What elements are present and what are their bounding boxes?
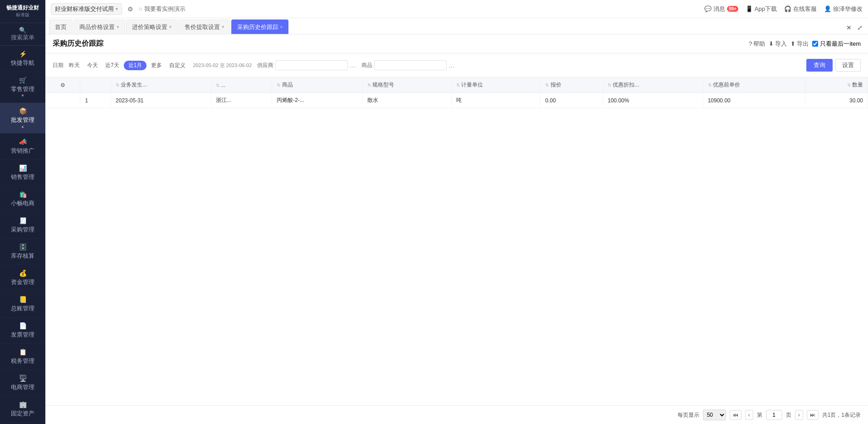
row-pre-discount-price: 10900.00 <box>703 93 805 108</box>
phone-icon: 📱 <box>746 5 753 12</box>
th-date[interactable]: ⇅ 业务发生... <box>111 77 211 93</box>
sort-icon: ⇅ <box>608 82 611 87</box>
tax-icon: 📋 <box>19 348 27 356</box>
demo-button[interactable]: ○ 我要看实例演示 <box>139 5 185 13</box>
tab-purchase-history[interactable]: 采购历史价跟踪 × <box>231 19 289 34</box>
page-header: 采购历史价跟踪 ? 帮助 ⬇ 导入 ⬆ 导出 只看最后一item <box>45 34 868 53</box>
last-page-button[interactable]: ⏭ <box>807 410 819 420</box>
date-opt-1month[interactable]: 近1月 <box>124 61 147 70</box>
help-icon: ? <box>749 40 752 47</box>
th-gear[interactable]: ⚙ <box>45 77 80 93</box>
online-service-button[interactable]: 🎧 在线客服 <box>784 5 817 13</box>
only-latest-checkbox[interactable] <box>812 41 818 47</box>
supplier-more-icon[interactable]: … <box>350 62 356 69</box>
demo-icon: ○ <box>139 5 142 12</box>
tab-purchase-strategy[interactable]: 进价策略设置 × <box>126 19 178 34</box>
sidebar-item-wholesale[interactable]: 📦 批发管理 ▲ <box>0 103 45 134</box>
th-quote[interactable]: ⇅ 报价 <box>541 77 603 93</box>
row-quantity: 30.00 <box>805 93 868 108</box>
app-download-button[interactable]: 📱 App下载 <box>746 5 777 13</box>
export-button[interactable]: ⬆ 导出 <box>790 40 809 48</box>
company-selector[interactable]: 好业财标准版交付试用 ▾ <box>51 3 122 15</box>
goods-more-icon[interactable]: … <box>449 62 455 69</box>
th-pre-discount-price[interactable]: ⇅ 优惠前单价 <box>703 77 805 93</box>
sidebar-item-label: 资金管理 <box>11 278 34 286</box>
goods-input[interactable] <box>374 60 447 70</box>
sidebar-item-invoice[interactable]: 📄 发票管理 <box>0 318 45 344</box>
sidebar-item-ecommerce[interactable]: 🖥️ 电商管理 <box>0 370 45 396</box>
first-page-button[interactable]: ⏮ <box>730 410 741 420</box>
close-icon[interactable]: × <box>280 24 283 29</box>
search-icon: 🔍 <box>5 27 41 34</box>
th-goods[interactable]: ⇅ 商品 <box>272 77 363 93</box>
ecommerce-small-icon: 🛍️ <box>19 191 27 198</box>
tab-price-settings[interactable]: 商品价格设置 × <box>73 19 125 34</box>
tab-home[interactable]: 首页 <box>49 19 73 34</box>
sidebar-item-purchase[interactable]: 🧾 采购管理 <box>0 212 45 239</box>
th-unit[interactable]: ⇅ 计量单位 <box>452 77 541 93</box>
filter-bar: 日期 昨天 今天 近7天 近1月 更多 自定义 2023-05-02 至 202… <box>45 53 868 77</box>
row-goods: 丙烯酸-2-... <box>272 93 363 108</box>
sidebar-item-inventory[interactable]: 🗄️ 库存核算 <box>0 239 45 265</box>
sort-icon: ⇅ <box>277 82 280 87</box>
help-button[interactable]: ? 帮助 <box>749 40 765 48</box>
app-edition: 标准版 <box>16 12 29 18</box>
only-latest-toggle[interactable]: 只看最后一item <box>812 40 861 48</box>
tab-label: 首页 <box>55 23 67 31</box>
sidebar-item-tax[interactable]: 📋 税务管理 <box>0 344 45 370</box>
date-opt-custom[interactable]: 自定义 <box>166 61 188 70</box>
date-opt-today[interactable]: 今天 <box>84 61 101 70</box>
close-icon[interactable]: × <box>117 24 119 29</box>
import-label: 导入 <box>775 40 787 48</box>
date-opt-more[interactable]: 更多 <box>148 61 165 70</box>
sidebar-item-fixed-assets[interactable]: 🏢 固定资产 <box>0 396 45 423</box>
retail-icon: 🛒 <box>19 77 27 84</box>
tab-expand-button[interactable]: ⤢ <box>855 23 864 32</box>
marketing-icon: 📣 <box>19 138 27 145</box>
export-label: 导出 <box>797 40 809 48</box>
query-button[interactable]: 查询 <box>806 59 833 72</box>
sidebar-item-retail[interactable]: 🛒 零售管理 ▼ <box>0 72 45 103</box>
supplier-input[interactable] <box>275 60 348 70</box>
messages-label: 消息 <box>713 5 725 13</box>
sidebar-item-ecommerce-small[interactable]: 🛍️ 小畅电商 <box>0 186 45 212</box>
tab-sale-extract[interactable]: 售价提取设置 × <box>179 19 230 34</box>
user-menu-button[interactable]: 👤 徐泽华修改 <box>824 5 863 13</box>
sidebar-item-payroll[interactable]: 💵 工资 <box>0 423 45 424</box>
date-opt-yesterday[interactable]: 昨天 <box>66 61 83 70</box>
inventory-icon: 🗄️ <box>19 243 27 251</box>
tab-close-button[interactable]: ✕ <box>844 23 853 32</box>
topbar-gear-icon[interactable]: ⚙ <box>126 4 135 14</box>
pagination-bar: 每页显示 50 100 200 ⏮ ‹ 第 页 › ⏭ 共1页，1条记录 <box>45 405 868 424</box>
date-opt-7days[interactable]: 近7天 <box>102 61 122 70</box>
sidebar-item-finance[interactable]: 💰 资金管理 <box>0 265 45 291</box>
close-icon[interactable]: × <box>222 24 224 29</box>
th-quantity[interactable]: ⇅ 数量 <box>805 77 868 93</box>
sidebar-item-general-ledger[interactable]: 📒 总账管理 <box>0 291 45 318</box>
goods-filter-group: 商品 … <box>361 60 455 70</box>
table-header-row: ⚙ ⇅ 业务发生... ⇅ ... ⇅ 商品 ⇅ 规格型号 <box>45 77 868 93</box>
app-download-label: App下载 <box>755 5 777 13</box>
filter-actions: 查询 设置 <box>806 59 861 72</box>
th-more[interactable]: ⇅ ... <box>211 77 272 93</box>
messages-button[interactable]: 💬 消息 99+ <box>704 5 738 13</box>
close-icon[interactable]: × <box>169 24 172 29</box>
tab-label: 进价策略设置 <box>132 23 167 31</box>
row-unit: 吨 <box>452 93 541 108</box>
filter-settings-button[interactable]: 设置 <box>835 59 861 72</box>
row-gear-cell <box>45 93 80 108</box>
page-number-input[interactable] <box>766 410 782 420</box>
next-page-button[interactable]: › <box>795 410 803 420</box>
export-icon: ⬆ <box>790 40 795 47</box>
tab-label: 商品价格设置 <box>79 23 115 31</box>
import-button[interactable]: ⬇ 导入 <box>769 40 787 48</box>
sidebar-item-quick-nav[interactable]: ⚡ 快捷导航 <box>0 46 45 72</box>
sidebar-item-marketing[interactable]: 📣 营销推广 <box>0 134 45 160</box>
th-spec[interactable]: ⇅ 规格型号 <box>362 77 451 93</box>
sidebar-item-search[interactable]: 🔍 搜索菜单 <box>0 23 45 46</box>
th-discount[interactable]: ⇅ 优惠折扣... <box>603 77 703 93</box>
prev-page-button[interactable]: ‹ <box>745 410 753 420</box>
lightning-icon: ⚡ <box>19 50 27 58</box>
sidebar-item-sales[interactable]: 📊 销售管理 <box>0 160 45 186</box>
page-size-select[interactable]: 50 100 200 <box>703 410 726 420</box>
